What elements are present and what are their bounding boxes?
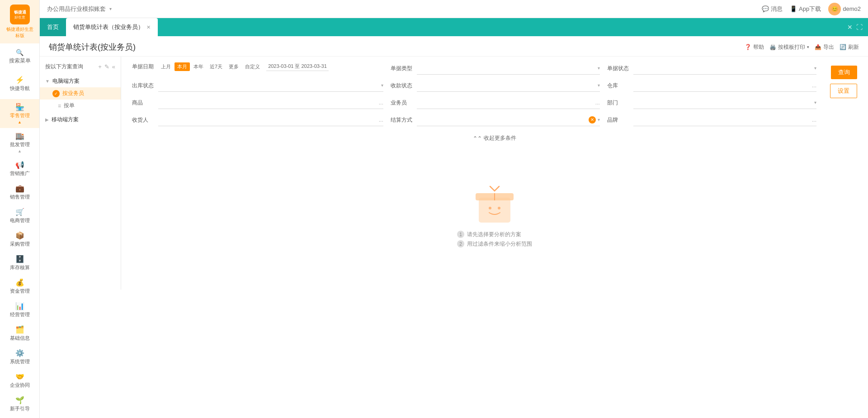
app-download-button[interactable]: 📱 App下载 [790, 5, 821, 13]
settings-button[interactable]: 设置 [830, 84, 857, 98]
page-header-actions: ❓ 帮助 🖨️ 按模板打印 ▾ 📤 导出 🔄 刷新 [745, 43, 859, 51]
print-button[interactable]: 🖨️ 按模板打印 ▾ [769, 43, 809, 51]
sidebar-item-finance[interactable]: 💰 资金管理 [0, 275, 39, 298]
inventory-label: 库存核算 [10, 264, 30, 271]
date-tab-this-month[interactable]: 本月 [175, 62, 190, 71]
date-tab-custom[interactable]: 自定义 [242, 62, 263, 71]
message-label: 消息 [771, 5, 783, 13]
newbie-label: 新手引导 [10, 405, 30, 412]
sidebar-item-ecommerce[interactable]: 🛒 电商管理 [0, 204, 39, 228]
sidebar-item-marketing[interactable]: 📢 营销推广 [0, 157, 39, 180]
brand-label: 品牌 [607, 116, 630, 124]
filter-row-4: 收货人 ... 结算方式 [128, 114, 820, 126]
sidebar-item-sales[interactable]: 💼 销售管理 [0, 180, 39, 204]
left-panel-header: 按以下方案查询 + ✎ « [40, 60, 121, 73]
sidebar-item-basic[interactable]: 🗂️ 基础信息 [0, 322, 39, 345]
sidebar-item-purchase[interactable]: 📦 采购管理 [0, 228, 39, 251]
date-label: 单据日期 [132, 63, 155, 71]
schema-item-order-label: 按单 [64, 102, 75, 109]
consignee-control[interactable]: ... [158, 114, 383, 126]
collapse-panel-icon[interactable]: « [112, 63, 115, 70]
empty-hints: 1 请先选择要分析的方案 2 用过滤条件来缩小分析范围 [457, 231, 532, 248]
date-filter-control: 上月 本月 本年 近7天 更多 自定义 2023-03-01 至 2023-03… [158, 62, 383, 71]
date-tab-last-month[interactable]: 上月 [158, 62, 174, 71]
payment-method-control[interactable]: ✕ ▾ [417, 114, 600, 126]
print-label: 按模板打印 [778, 43, 805, 51]
tabbar: 首页 销货单统计表（按业务员） ✕ ✕ ⛶ [40, 18, 868, 36]
sidebar-item-wholesale[interactable]: 🏬 批发管理 ▲ [0, 128, 39, 157]
doc-type-control[interactable]: ▾ [417, 62, 600, 75]
brand-control[interactable]: ... [633, 114, 816, 126]
sidebar-item-retail[interactable]: 🏪 零售管理 ▲ [0, 99, 39, 128]
tab-minimize-icon[interactable]: ✕ [847, 24, 853, 31]
doc-status-label: 单据状态 [607, 65, 630, 72]
salesperson-control[interactable]: ... [417, 96, 600, 109]
sidebar-item-enterprise[interactable]: 🤝 企业协同 [0, 369, 39, 392]
app-logo-text: 畅捷通好生意 标版 [4, 26, 36, 39]
svg-text:好生意: 好生意 [14, 15, 25, 19]
help-button[interactable]: ❓ 帮助 [745, 43, 764, 51]
add-schema-icon[interactable]: + [98, 63, 102, 70]
purchase-icon: 📦 [15, 231, 24, 240]
logo-icon: 畅捷通 好生意 [10, 5, 30, 24]
date-tab-7days[interactable]: 近7天 [207, 62, 225, 71]
date-tab-more[interactable]: 更多 [226, 62, 241, 71]
export-button[interactable]: 📤 导出 [815, 43, 834, 51]
payment-status-control[interactable]: ▾ [417, 79, 600, 92]
date-range-display[interactable]: 2023-03-01 至 2023-03-31 [266, 62, 329, 71]
active-schema-icon: ✓ [52, 90, 60, 97]
empty-hint-2: 2 用过滤条件来缩小分析范围 [457, 240, 532, 248]
download-icon: 📱 [790, 5, 797, 12]
brand-dots-icon: ... [812, 117, 816, 123]
schema-group-desktop-label[interactable]: ▼ 电脑端方案 [40, 75, 121, 87]
collapse-label: 收起更多条件 [484, 134, 516, 142]
date-tabs: 上月 本月 本年 近7天 更多 自定义 [158, 62, 263, 71]
salesperson-dots-icon: ... [595, 100, 600, 106]
wholesale-label: 批发管理 [10, 141, 30, 148]
tab-close-icon[interactable]: ✕ [146, 24, 151, 30]
quick-nav-label: 快捷导航 [10, 85, 30, 92]
doc-status-control[interactable]: ▾ [633, 62, 816, 75]
sidebar-item-inventory[interactable]: 🗄️ 库存核算 [0, 251, 39, 275]
svg-rect-3 [479, 198, 510, 223]
filter-payment-method: 结算方式 ✕ ▾ [387, 114, 604, 126]
user-profile[interactable]: 😊 demo2 [828, 3, 861, 15]
sidebar-item-operation[interactable]: 📊 经营管理 [0, 298, 39, 322]
payment-method-clear-icon[interactable]: ✕ [589, 116, 596, 124]
schema-item-by-order[interactable]: ≡ 按单 [40, 100, 121, 112]
query-button[interactable]: 查询 [831, 66, 857, 79]
sidebar-item-newbie[interactable]: 🌱 新手引导 [0, 392, 39, 416]
goods-control[interactable]: ... [158, 96, 383, 109]
search-menu-button[interactable]: 🔍 搜索菜单 [4, 47, 36, 66]
help-icon: ❓ [745, 44, 751, 50]
schema-group-desktop: ▼ 电脑端方案 ✓ 按业务员 ≡ 按单 [40, 75, 121, 112]
tab-sales-stats[interactable]: 销货单统计表（按业务员） ✕ [66, 18, 158, 36]
filter-department: 部门 ▾ [604, 96, 820, 109]
tab-home[interactable]: 首页 [40, 18, 66, 36]
inner-layout: 按以下方案查询 + ✎ « ▼ 电脑端方案 ✓ [40, 57, 868, 290]
system-icon: ⚙️ [15, 349, 24, 357]
topbar-dropdown-icon[interactable]: ▾ [109, 6, 112, 11]
topbar-right: 💬 消息 📱 App下载 😊 demo2 [762, 3, 861, 15]
department-control[interactable]: ▾ [633, 96, 816, 109]
sidebar-item-quick-nav[interactable]: ⚡ 快捷导航 [0, 72, 39, 95]
sidebar-item-apps[interactable]: 🧩 应用中心 [0, 416, 39, 418]
collapse-button[interactable]: ⌃⌃ 收起更多条件 [467, 133, 522, 144]
out-status-control[interactable]: ▾ [158, 79, 383, 92]
filter-brand: 品牌 ... [604, 114, 820, 126]
warehouse-control[interactable]: ... [633, 79, 816, 92]
empty-hint-1: 1 请先选择要分析的方案 [457, 231, 532, 238]
tab-maximize-icon[interactable]: ⛶ [856, 24, 863, 31]
marketing-icon: 📢 [15, 161, 24, 169]
date-tab-this-year[interactable]: 本年 [191, 62, 206, 71]
topbar: 办公用品行业模拟账套 ▾ 💬 消息 📱 App下载 😊 demo2 [40, 0, 868, 18]
edit-schema-icon[interactable]: ✎ [104, 63, 109, 70]
sales-icon: 💼 [15, 184, 24, 193]
schema-item-by-salesperson[interactable]: ✓ 按业务员 [40, 87, 121, 100]
quick-nav-icon: ⚡ [15, 76, 24, 84]
sidebar-item-system[interactable]: ⚙️ 系统管理 [0, 345, 39, 369]
message-button[interactable]: 💬 消息 [762, 5, 783, 13]
page-header: 销货单统计表(按业务员) ❓ 帮助 🖨️ 按模板打印 ▾ 📤 导出 [40, 36, 868, 57]
schema-group-mobile-label[interactable]: ▶ 移动端方案 [40, 114, 121, 126]
refresh-button[interactable]: 🔄 刷新 [840, 43, 859, 51]
